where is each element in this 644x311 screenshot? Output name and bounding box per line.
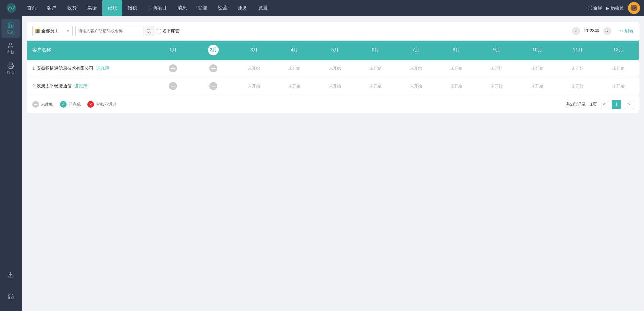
nav-operation[interactable]: 经营 [212,0,233,16]
prev-page-button[interactable]: < [600,100,609,109]
enter-ledger-link[interactable]: 进账簿 [96,66,109,71]
svg-line-10 [149,32,150,33]
not-started-label: 未开始 [612,66,625,71]
month-cell-11: 未开始 [558,60,598,77]
legend-rejected: ✕ 审核不通过 [87,101,116,108]
nav-message[interactable]: 消息 [172,0,192,16]
not-started-label: 未开始 [410,84,422,88]
nav-customer[interactable]: 客户 [42,0,62,16]
col-month-11: 11月 [558,41,598,60]
nav-accounting[interactable]: 记账 [102,0,122,16]
svg-rect-11 [34,104,37,105]
status-dash-icon: — [209,64,217,72]
nav-invoice[interactable]: 票据 [82,0,102,16]
search-button[interactable] [143,26,154,36]
sidebar-item-accounting[interactable]: 记账 [1,19,20,38]
not-started-label: 未开始 [329,66,341,71]
col-month-1: 1月 [153,41,193,60]
client-name-cell: 2漠澳太平畅捷通信进账簿 [27,77,153,95]
next-page-button[interactable]: > [624,100,633,109]
download-icon [7,271,14,278]
not-started-label: 未开始 [531,66,544,71]
nav-manage[interactable]: 管理 [192,0,212,16]
next-year-button[interactable]: › [603,27,611,35]
col-month-7: 7月 [396,41,436,60]
month-cell-9: 未开始 [477,60,517,77]
play-icon: ▶ [606,6,609,11]
nav-right-area: ⛶ 全屏 ▶ 畅会员 🐻 [588,2,640,14]
not-started-label: 未开始 [572,66,584,71]
refresh-button[interactable]: ↻ 刷新 [619,28,633,34]
month-cell-3: 未开始 [234,77,274,95]
member-button[interactable]: ▶ 畅会员 [606,5,624,11]
month-cell-1: — [153,60,193,77]
checkbox-label[interactable]: 名下账套 [157,28,180,34]
month-cell-11: 未开始 [558,77,598,95]
not-started-label: 未开始 [450,84,462,88]
user-check-icon [7,42,14,49]
nav-tax[interactable]: 报税 [122,0,143,16]
not-started-label: 未开始 [531,84,544,88]
record-count: 共2条记录，1页 [566,101,597,107]
fullscreen-label: 全屏 [593,5,602,11]
pagination: 共2条记录，1页 < 1 > [566,100,633,109]
not-started-label: 未开始 [410,66,422,71]
table-footer: 未建账 ✓ 已完成 ✕ 审核不通过 共2条记录，1页 < 1 > [27,95,639,113]
employee-select[interactable]: 👤 全部员工 ▼ [32,26,73,36]
refresh-icon: ↻ [619,29,623,34]
enter-ledger-link[interactable]: 进账簿 [74,83,87,88]
print-icon [7,62,14,69]
search-input[interactable] [76,29,143,33]
col-month-10: 10月 [517,41,558,60]
table-row: 1安徽畅捷通信息技术有限公司进账簿——未开始未开始未开始未开始未开始未开始未开始… [27,60,639,77]
sidebar: 记账 审核 打印 [0,16,22,311]
sidebar-support[interactable] [1,287,20,306]
client-name-cell: 1安徽畅捷通信息技术有限公司进账簿 [27,60,153,77]
checkbox-text: 名下账套 [162,28,180,34]
nav-service[interactable]: 服务 [233,0,253,16]
not-started-label: 未开始 [288,84,300,88]
table-row: 2漠澳太平畅捷通信进账簿——未开始未开始未开始未开始未开始未开始未开始未开始未开… [27,77,639,95]
search-wrap [75,26,154,36]
content-area: 👤 全部员工 ▼ 名下账套 ‹ [22,16,644,311]
col-month-8: 8月 [436,41,477,60]
top-navigation: 首页 客户 收费 票据 记账 报税 工商项目 消息 管理 经营 服务 设置 ⛶ … [0,0,644,16]
row-number: 2 [32,83,35,88]
search-icon [146,29,151,33]
page-1-button[interactable]: 1 [612,100,621,109]
month-cell-6: 未开始 [355,60,396,77]
prev-year-button[interactable]: ‹ [572,27,580,35]
sidebar-download[interactable] [1,265,20,284]
app-logo [4,1,19,15]
not-started-label: 未开始 [491,66,503,71]
legend-completed-label: 已完成 [69,102,81,107]
month-cell-2: — [193,77,234,95]
nav-settings[interactable]: 设置 [253,0,273,16]
content-card: 👤 全部员工 ▼ 名下账套 ‹ [27,22,639,113]
not-started-label: 未开始 [450,66,462,71]
nav-billing[interactable]: 收费 [62,0,82,16]
legend-not-built: 未建账 [32,101,53,108]
nav-business[interactable]: 工商项目 [143,0,172,16]
sidebar-item-print[interactable]: 打印 [1,59,20,78]
current-month-circle: 2月 [208,45,219,55]
user-avatar[interactable]: 🐻 [628,2,640,14]
my-accounts-checkbox[interactable] [157,29,161,33]
legend-teal-dot: ✓ [60,101,67,108]
svg-rect-7 [9,66,12,69]
employee-icon: 👤 [35,29,40,33]
month-cell-8: 未开始 [436,77,477,95]
col-client-name: 客户名称 [27,41,153,60]
status-dash-icon: — [169,64,177,72]
nav-menu: 首页 客户 收费 票据 记账 报税 工商项目 消息 管理 经营 服务 设置 [22,0,588,16]
month-cell-9: 未开始 [477,77,517,95]
col-month-3: 3月 [234,41,274,60]
svg-point-9 [147,29,150,32]
sidebar-item-review[interactable]: 审核 [1,39,20,58]
member-label: 畅会员 [611,5,624,11]
fullscreen-button[interactable]: ⛶ 全屏 [588,5,602,11]
nav-home[interactable]: 首页 [22,0,42,16]
table-scroll-wrap[interactable]: 客户名称 1月 2月 3月 4月 5月 6月 7月 8月 9月 10月 11月 [27,41,639,95]
book-icon [7,22,14,29]
month-cell-4: 未开始 [274,60,315,77]
